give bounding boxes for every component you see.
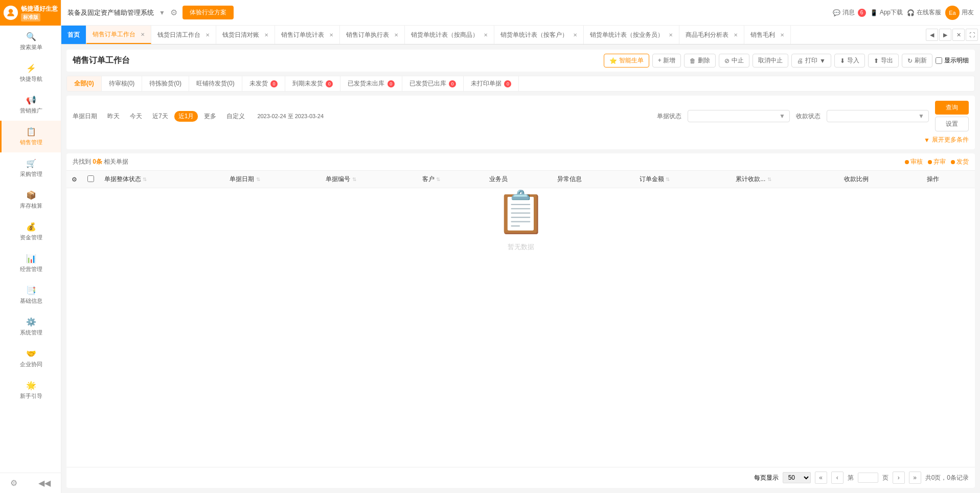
sidebar-item-basic-info[interactable]: 📑 基础信息: [0, 279, 61, 311]
payment-select[interactable]: ▼: [827, 110, 929, 122]
sidebar-item-operations[interactable]: 📊 经营管理: [0, 248, 61, 279]
date-custom[interactable]: 自定义: [222, 111, 249, 122]
filter-tab-wangpu[interactable]: 旺铺待发货(0): [189, 76, 242, 91]
tab-sales-stat-close[interactable]: ✕: [329, 32, 333, 38]
tab-cash-daily-close[interactable]: ✕: [206, 32, 210, 38]
tabs-close-all-btn[interactable]: ✕: [952, 29, 965, 41]
date-sort-icon[interactable]: ⇅: [256, 176, 260, 182]
last-page-btn[interactable]: »: [909, 472, 921, 484]
sidebar-item-search[interactable]: 🔍 搜索菜单: [0, 26, 61, 57]
app-download-btn[interactable]: 📱 App下载: [870, 8, 903, 17]
print-button[interactable]: 🖨 打印 ▼: [791, 54, 831, 68]
stop-button[interactable]: ⊘ 中止: [719, 54, 749, 68]
filter-tab-pending-check[interactable]: 待拣验货(0): [142, 76, 189, 91]
sidebar-item-marketing[interactable]: 📢 营销推广: [0, 89, 61, 121]
tabs-fullscreen-btn[interactable]: ⛶: [966, 29, 978, 41]
sidebar-item-guide[interactable]: 🌟 新手引导: [0, 374, 61, 406]
date-7days[interactable]: 近7天: [148, 111, 172, 122]
tab-sales-summary-staff[interactable]: 销货单统计表（按业务员） ✕: [584, 26, 679, 44]
sidebar-collapse-btn[interactable]: ◀◀: [38, 478, 51, 488]
settings-button[interactable]: 设置: [935, 117, 969, 131]
tab-sales-stat[interactable]: 销售订单统计表 ✕: [275, 26, 340, 44]
sidebar-item-sales[interactable]: 📋 销售管理: [0, 121, 61, 152]
show-detail-checkbox[interactable]: 显示明细: [936, 56, 969, 65]
tab-summary-product-close[interactable]: ✕: [484, 32, 488, 38]
tab-sales-order-close[interactable]: ✕: [141, 32, 145, 37]
amount-sort-icon[interactable]: ⇅: [666, 176, 670, 182]
ship-button[interactable]: 发货: [951, 158, 969, 166]
sidebar-item-system[interactable]: ⚙️ 系统管理: [0, 311, 61, 343]
export-button[interactable]: ⬆ 导出: [868, 54, 899, 68]
sidebar-label-inventory: 库存核算: [20, 202, 42, 210]
unaudit-button[interactable]: 弃审: [928, 158, 946, 166]
tab-summary-staff-close[interactable]: ✕: [669, 32, 673, 38]
date-1month[interactable]: 近1月: [174, 111, 198, 122]
online-service-btn[interactable]: 🎧 在线客服: [907, 8, 941, 17]
filter-tab-shipped-not-out[interactable]: 已发货未出库 0: [340, 76, 402, 91]
tab-sales-order[interactable]: 销售订单工作台 ✕: [86, 26, 151, 44]
delete-button[interactable]: 🗑 删除: [684, 54, 716, 68]
status-sort-icon[interactable]: ⇅: [143, 176, 147, 182]
page-size-select[interactable]: 50 100 200: [783, 472, 811, 483]
tab-cash-daily[interactable]: 钱货日清工作台 ✕: [151, 26, 216, 44]
filter-tab-overdue-ship[interactable]: 到期未发货 0: [285, 76, 340, 91]
sidebar-settings-btn[interactable]: ⚙: [10, 478, 17, 488]
tab-summary-customer-close[interactable]: ✕: [573, 32, 577, 38]
tab-sales-exec-close[interactable]: ✕: [394, 32, 398, 38]
sidebar-item-quick-nav[interactable]: ⚡ 快捷导航: [0, 57, 61, 89]
tab-cash-reconcile[interactable]: 钱货日清对账 ✕: [216, 26, 275, 44]
tab-profit-close[interactable]: ✕: [780, 32, 784, 38]
tab-product-margin[interactable]: 商品毛利分析表 ✕: [679, 26, 744, 44]
filter-tab-all[interactable]: 全部(0): [67, 76, 102, 91]
tab-sales-profit[interactable]: 销售毛利 ✕: [744, 26, 791, 44]
refresh-button[interactable]: ↻ 刷新: [902, 54, 932, 68]
solution-button[interactable]: 体验行业方案: [183, 6, 234, 19]
select-all-checkbox[interactable]: [87, 175, 94, 182]
show-detail-input[interactable]: [936, 57, 942, 64]
col-settings-icon[interactable]: ⚙: [72, 176, 77, 183]
first-page-btn[interactable]: «: [815, 472, 827, 484]
sidebar-item-purchase[interactable]: 🛒 采购管理: [0, 152, 61, 184]
cancel-stop-button[interactable]: 取消中止: [753, 54, 788, 68]
filter-tab-pending[interactable]: 待审核(0): [102, 76, 143, 91]
settings-icon[interactable]: ⚙: [170, 8, 177, 17]
sidebar-item-finance[interactable]: 💰 资金管理: [0, 216, 61, 248]
collected-sort-icon[interactable]: ⇅: [767, 176, 771, 182]
tab-sales-summary-product[interactable]: 销货单统计表（按商品） ✕: [405, 26, 494, 44]
tab-margin-close[interactable]: ✕: [734, 32, 738, 38]
customer-sort-icon[interactable]: ⇅: [436, 176, 440, 182]
tab-sales-summary-customer[interactable]: 销货单统计表（按客户） ✕: [494, 26, 584, 44]
status-select[interactable]: ▼: [688, 110, 790, 122]
table-scroll[interactable]: ⚙ 单据整体状态 ⇅ 单据日期 ⇅: [66, 171, 975, 467]
prev-page-btn[interactable]: ‹: [831, 472, 844, 484]
user-btn[interactable]: Ea 用友: [945, 6, 974, 20]
tab-cash-reconcile-close[interactable]: ✕: [264, 32, 268, 38]
date-yesterday[interactable]: 昨天: [103, 111, 124, 122]
tabs-prev-btn[interactable]: ◀: [926, 29, 938, 41]
expand-conditions-button[interactable]: ▼ 展开更多条件: [924, 136, 969, 144]
app-logo: 畅捷通好生意 标准版: [0, 0, 61, 26]
col-checkbox[interactable]: [82, 171, 99, 188]
sidebar: 畅捷通好生意 标准版 🔍 搜索菜单 ⚡ 快捷导航 📢 营销推广 📋 销售管理 🛒…: [0, 0, 61, 493]
audit-button[interactable]: 审核: [905, 158, 923, 166]
date-more[interactable]: 更多: [200, 111, 220, 122]
sidebar-item-inventory[interactable]: 📦 库存核算: [0, 184, 61, 216]
page-number-input[interactable]: 1: [858, 473, 878, 483]
tab-home[interactable]: 首页: [61, 26, 86, 44]
date-today[interactable]: 今天: [126, 111, 146, 122]
new-button[interactable]: + 新增: [652, 54, 681, 68]
next-page-btn[interactable]: ›: [893, 472, 905, 484]
filter-tab-shipped-out[interactable]: 已发货已出库 0: [402, 76, 464, 91]
col-settings[interactable]: ⚙: [66, 171, 82, 188]
tabs-next-btn[interactable]: ▶: [939, 29, 951, 41]
tab-sales-exec[interactable]: 销售订单执行表 ✕: [340, 26, 405, 44]
filter-tab-not-shipped[interactable]: 未发货 0: [242, 76, 285, 91]
smart-gen-button[interactable]: ⭐ 智能生单: [604, 54, 649, 68]
filter-tab-not-printed[interactable]: 未打印单据 0: [464, 76, 519, 91]
topbar-dropdown-chevron[interactable]: ▼: [159, 9, 165, 16]
query-button[interactable]: 查询: [935, 101, 969, 115]
sidebar-item-cooperation[interactable]: 🤝 企业协同: [0, 343, 61, 374]
number-sort-icon[interactable]: ⇅: [352, 176, 356, 182]
message-btn[interactable]: 💬 消息 6: [833, 8, 866, 17]
import-button[interactable]: ⬇ 导入: [834, 54, 865, 68]
